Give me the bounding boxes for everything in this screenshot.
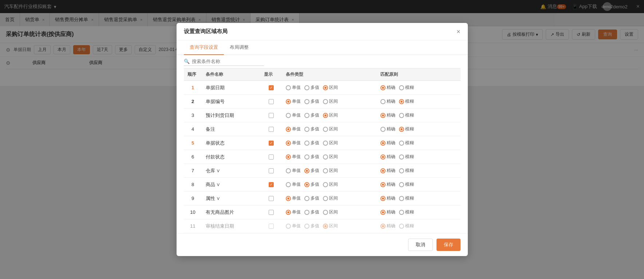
modal-overlay: 设置查询区域布局 × 查询字段设置 布局调整 🔍 顺序 条件名称 bbox=[0, 0, 644, 86]
dialog-title: 设置查询区域布局 bbox=[184, 28, 228, 35]
col-header-display: 显示 bbox=[260, 68, 282, 80]
search-icon: 🔍 bbox=[184, 59, 190, 64]
search-box: 🔍 bbox=[184, 59, 264, 66]
dialog-search-area: 🔍 bbox=[177, 55, 468, 68]
dialog-header: 设置查询区域布局 × bbox=[177, 23, 468, 40]
dialog-tab-layout[interactable]: 布局调整 bbox=[224, 40, 254, 55]
row-1-display-checkbox[interactable]: ✓ bbox=[269, 85, 274, 86]
table-header-row: 顺序 条件名称 显示 条件类型 匹配原则 bbox=[184, 68, 461, 81]
dialog: 设置查询区域布局 × 查询字段设置 布局调整 🔍 顺序 条件名称 bbox=[177, 23, 468, 86]
col-header-order: 顺序 bbox=[184, 68, 202, 80]
row-1-order: 1 bbox=[184, 83, 202, 86]
table-row: 1 单据日期 ✓ 单值 多值 区间 精确 模糊 bbox=[184, 81, 461, 86]
dialog-tab-query[interactable]: 查询字段设置 bbox=[184, 40, 224, 55]
row-1-type-group: 单值 多值 区间 bbox=[286, 85, 338, 86]
row-1-name: 单据日期 bbox=[202, 82, 260, 86]
row-1-type-single[interactable]: 单值 bbox=[286, 85, 301, 86]
row-1-match-fuzzy[interactable]: 模糊 bbox=[399, 85, 414, 86]
dialog-tabs: 查询字段设置 布局调整 bbox=[177, 40, 468, 55]
row-1-type: 单值 多值 区间 bbox=[282, 82, 377, 86]
row-1-type-multi[interactable]: 多值 bbox=[304, 85, 319, 86]
row-1-type-range[interactable]: 区间 bbox=[323, 85, 338, 86]
col-header-match: 匹配原则 bbox=[377, 68, 468, 80]
search-input[interactable] bbox=[192, 59, 257, 64]
dialog-close-button[interactable]: × bbox=[457, 28, 461, 35]
row-1-match-group: 精确 模糊 bbox=[380, 85, 414, 86]
row-1-match: 精确 模糊 bbox=[377, 82, 468, 86]
row-1-match-exact[interactable]: 精确 bbox=[380, 85, 395, 86]
dialog-table: 顺序 条件名称 显示 条件类型 匹配原则 1 单据日期 ✓ 单值 多值 区间 bbox=[177, 68, 468, 86]
row-1-display[interactable]: ✓ bbox=[260, 83, 282, 86]
col-header-name: 条件名称 bbox=[202, 68, 260, 80]
col-header-type: 条件类型 bbox=[282, 68, 377, 80]
